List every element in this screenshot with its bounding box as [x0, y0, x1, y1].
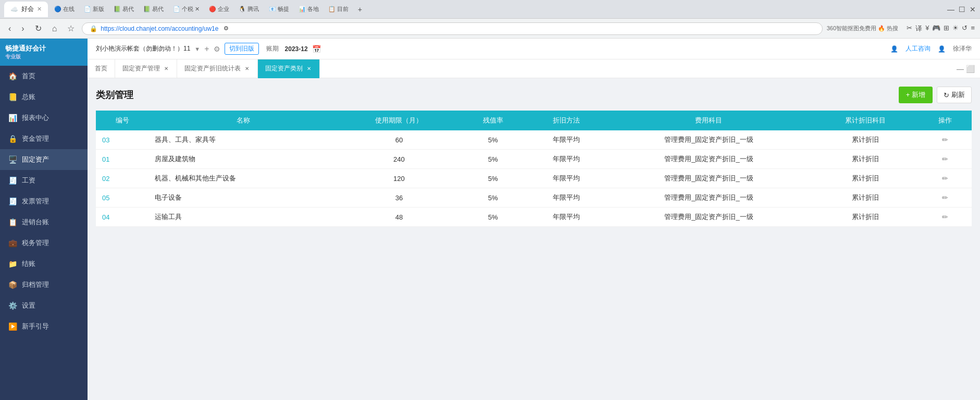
cell-name: 机器、机械和其他生产设备	[148, 169, 338, 188]
cell-name: 器具、工具、家具等	[148, 130, 338, 150]
browser-tab-4[interactable]: 📗 易代	[139, 4, 168, 14]
table-row: 03 器具、工具、家具等 60 5% 年限平均 管理费用_固定资产折旧_一级 累…	[96, 130, 972, 150]
tab-window-maximize[interactable]: ⬜	[966, 65, 975, 73]
sidebar-item-fund[interactable]: 🔒 资金管理	[0, 128, 88, 149]
sidebar-item-settings[interactable]: ⚙️ 设置	[0, 295, 88, 316]
table-row: 05 电子设备 36 5% 年限平均 管理费用_固定资产折旧_一级 累计折旧 ✏	[96, 188, 972, 208]
tab-fixed-asset-depr[interactable]: 固定资产折旧统计表 ✕	[177, 59, 258, 78]
sidebar-item-archive[interactable]: 📦 归档管理	[0, 274, 88, 295]
tab-home[interactable]: 首页	[88, 59, 115, 78]
cell-name: 房屋及建筑物	[148, 150, 338, 169]
menu-btn[interactable]: ≡	[971, 24, 975, 33]
table-row: 04 运输工具 48 5% 年限平均 管理费用_固定资产折旧_一级 累计折旧 ✏	[96, 208, 972, 227]
invoice-icon: 🧾	[8, 197, 17, 205]
main-content: 刘小艳演示帐套（勿删勿动！）11 ▼ + ⚙ 切到旧版 账期 2023-12 📅…	[88, 39, 980, 400]
edit-icon[interactable]: ✏	[942, 136, 948, 144]
tab-close-icon[interactable]: ✕	[37, 6, 42, 13]
sidebar-item-stock[interactable]: 📋 进销台账	[0, 212, 88, 233]
minimize-btn[interactable]: —	[947, 5, 954, 14]
browser-tab-6[interactable]: 📄 个税 ✕	[169, 4, 204, 14]
game-tool[interactable]: 🎮	[932, 24, 940, 33]
translate-tool[interactable]: 译	[915, 24, 922, 33]
grid-tool[interactable]: ⊞	[944, 24, 949, 33]
cut-tool[interactable]: ✂	[907, 24, 912, 33]
sidebar-label-ledger: 总账	[22, 92, 35, 102]
page-title-row: 类别管理 + 新增 ↻ 刷新	[96, 87, 972, 103]
logo-subtext: 专业版	[5, 53, 46, 60]
cell-action[interactable]: ✏	[919, 188, 972, 208]
home-btn[interactable]: ⌂	[49, 22, 60, 35]
browser-tab-8[interactable]: 🐧 腾讯	[234, 4, 263, 14]
header-right: 👤 人工咨询 👤 徐泽华	[890, 44, 972, 53]
tab-fixed-asset-category[interactable]: 固定资产类别 ✕	[258, 59, 320, 78]
table-row: 02 机器、机械和其他生产设备 120 5% 年限平均 管理费用_固定资产折旧_…	[96, 169, 972, 188]
account-dropdown-icon[interactable]: ▼	[194, 46, 200, 52]
browser-tab-1[interactable]: 🔵 在线	[50, 4, 79, 14]
browser-tab-active[interactable]: ☁️ 好会 ✕	[4, 2, 48, 17]
cell-residual: 5%	[460, 188, 526, 208]
browser-tab-3[interactable]: 📗 易代	[109, 4, 138, 14]
col-header-id: 编号	[96, 111, 148, 130]
service-label[interactable]: 人工咨询	[905, 44, 931, 53]
sidebar: 畅捷通好会计 专业版 🏠 首页 📒 总账 📊 报表中心 🔒 资金管理 🖥️ 固定…	[0, 39, 88, 400]
add-button[interactable]: + 新增	[899, 87, 933, 103]
cell-expense-account: 管理费用_固定资产折旧_一级	[606, 150, 812, 169]
cell-action[interactable]: ✏	[919, 169, 972, 188]
bookmark-btn[interactable]: ☆	[64, 21, 78, 35]
undo-tool[interactable]: ↺	[962, 24, 967, 33]
sidebar-item-fixed-asset[interactable]: 🖥️ 固定资产	[0, 149, 88, 170]
maximize-btn[interactable]: ☐	[959, 5, 965, 14]
browser-tab-11[interactable]: 📋 目前	[324, 4, 353, 14]
service-icon: 👤	[890, 45, 898, 53]
sidebar-item-payroll[interactable]: 🧾 工资	[0, 170, 88, 191]
cell-accum-account: 累计折旧	[811, 169, 919, 188]
edit-icon[interactable]: ✏	[942, 174, 948, 183]
sidebar-item-tax[interactable]: 💼 税务管理	[0, 233, 88, 253]
browser-tab-7[interactable]: 🔴 企业	[205, 4, 233, 14]
col-header-residual: 残值率	[460, 111, 526, 130]
browser-tab-9[interactable]: 📧 畅提	[265, 4, 293, 14]
back-btn[interactable]: ‹	[5, 22, 14, 35]
switch-version-btn[interactable]: 切到旧版	[225, 43, 259, 55]
refresh-button[interactable]: ↻ 刷新	[937, 87, 972, 103]
tab-fixed-asset-mgmt-close[interactable]: ✕	[163, 66, 169, 71]
refresh-btn[interactable]: ↻	[32, 21, 45, 35]
sidebar-item-guide[interactable]: ▶️ 新手引导	[0, 316, 88, 337]
cell-action[interactable]: ✏	[919, 130, 972, 150]
sidebar-item-ledger[interactable]: 📒 总账	[0, 87, 88, 107]
username-label: 徐泽华	[953, 44, 972, 53]
browser-tab-2[interactable]: 📄 新版	[80, 4, 108, 14]
ledger-icon: 📒	[8, 93, 17, 101]
calendar-icon[interactable]: 📅	[312, 45, 321, 53]
edit-icon[interactable]: ✏	[942, 193, 948, 202]
coupon-tool[interactable]: ¥	[925, 24, 929, 33]
edit-icon[interactable]: ✏	[942, 213, 948, 221]
cell-expense-account: 管理费用_固定资产折旧_一级	[606, 208, 812, 227]
close-btn[interactable]: ✕	[970, 5, 976, 14]
sidebar-item-report[interactable]: 📊 报表中心	[0, 107, 88, 128]
cell-action[interactable]: ✏	[919, 150, 972, 169]
fixed-asset-icon: 🖥️	[8, 155, 17, 164]
add-account-btn[interactable]: +	[204, 44, 209, 54]
cell-action[interactable]: ✏	[919, 208, 972, 227]
app-header: 刘小艳演示帐套（勿删勿动！）11 ▼ + ⚙ 切到旧版 账期 2023-12 📅…	[88, 39, 980, 59]
sidebar-item-home[interactable]: 🏠 首页	[0, 66, 88, 87]
url-bar[interactable]: 🔒 https://cloud.chanjet.com/accounting/u…	[82, 22, 822, 35]
tab-window-minimize[interactable]: —	[957, 65, 964, 73]
tab-fixed-asset-mgmt[interactable]: 固定资产管理 ✕	[115, 59, 177, 78]
brightness-tool[interactable]: ☀	[952, 24, 959, 33]
tab-fixed-asset-depr-close[interactable]: ✕	[244, 66, 250, 71]
tab-fixed-asset-category-close[interactable]: ✕	[306, 66, 312, 71]
settings-cog-icon[interactable]: ⚙	[214, 45, 220, 53]
guide-icon: ▶️	[8, 322, 17, 331]
col-header-period: 使用期限（月）	[339, 111, 460, 130]
sidebar-label-fixed-asset: 固定资产	[22, 155, 49, 164]
edit-icon[interactable]: ✏	[942, 155, 948, 163]
refresh-label: 刷新	[951, 90, 965, 100]
browser-tab-10[interactable]: 📊 各地	[294, 4, 323, 14]
new-tab-btn[interactable]: +	[354, 4, 366, 15]
sidebar-item-invoice[interactable]: 🧾 发票管理	[0, 191, 88, 212]
sidebar-item-closing[interactable]: 📁 结账	[0, 253, 88, 274]
cell-expense-account: 管理费用_固定资产折旧_一级	[606, 188, 812, 208]
forward-btn[interactable]: ›	[18, 22, 27, 35]
